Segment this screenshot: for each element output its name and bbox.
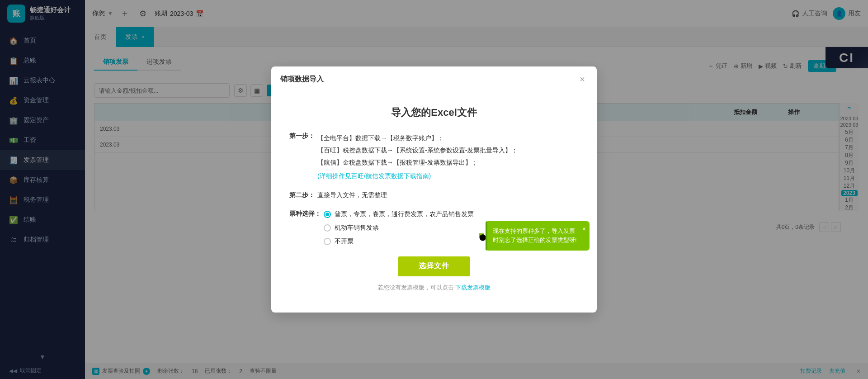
step2-content: 直接导入文件，无需整理: [317, 191, 387, 199]
tooltip-sidebar-bar: [486, 221, 487, 251]
footer-text: 若您没有发票模版，可以点击: [377, 284, 454, 291]
radio-label-3: 不开票: [335, 237, 354, 246]
tooltip-close-btn[interactable]: ×: [582, 224, 586, 234]
radio-circle-1: [324, 211, 331, 218]
step1-content: 【全电平台】数据下载→【税务数字账户】； 【百旺】税控盘数据下载→【系统设置-系…: [317, 132, 518, 182]
radio-item-1[interactable]: 普票，专票，卷票，通行费发票，农产品销售发票: [324, 210, 474, 218]
import-dialog: 销项数据导入 × 导入您的Excel文件 第一步： 【全电平台】数据下载→【税务…: [271, 66, 597, 312]
select-file-container: 选择文件: [289, 256, 579, 276]
dialog-title: 销项数据导入: [280, 75, 324, 84]
radio-circle-3: [324, 238, 331, 245]
step1-line2: 【百旺】税控盘数据下载→【系统设置-系统参数设置-发票批量导入】；: [317, 144, 518, 156]
step1-link-row: (详细操作见百旺/航信发票数据下载指南): [317, 170, 518, 182]
select-file-btn[interactable]: 选择文件: [398, 256, 470, 276]
dialog-footer: 若您没有发票模版，可以点击 下载发票模版: [289, 284, 579, 299]
dialog-step1: 第一步： 【全电平台】数据下载→【税务数字账户】； 【百旺】税控盘数据下载→【系…: [289, 132, 579, 182]
tooltip-bubble: 现在支持的票种多了，导入发票时别忘了选择正确的发票类型呀! ×: [486, 221, 590, 251]
dialog-header: 销项数据导入 ×: [271, 66, 597, 92]
dialog-body: 导入您的Excel文件 第一步： 【全电平台】数据下载→【税务数字账户】； 【百…: [271, 92, 597, 312]
step1-line3: 【航信】金税盘数据下载→【报税管理-发票数据导出】；: [317, 156, 518, 169]
radio-label-2: 机动车销售发票: [335, 224, 379, 232]
radio-item-3[interactable]: 不开票: [324, 237, 474, 246]
radio-item-2[interactable]: 机动车销售发票: [324, 224, 474, 232]
download-guide-link[interactable]: (详细操作见百旺/航信发票数据下载指南): [317, 172, 431, 180]
modal-overlay: 销项数据导入 × 导入您的Excel文件 第一步： 【全电平台】数据下载→【税务…: [0, 0, 868, 379]
dialog-main-title: 导入您的Excel文件: [289, 106, 579, 119]
dialog-step2: 第二步： 直接导入文件，无需整理: [289, 191, 579, 199]
ticket-select-row: 票种选择： 普票，专票，卷票，通行费发票，农产品销售发票 机动车销售发票: [289, 208, 579, 246]
dialog-close-btn[interactable]: ×: [577, 74, 588, 85]
tooltip-container: ⬤ 现在支持的票种多了，导入发票时别忘了选择正确的发票类型呀! ×: [479, 221, 590, 251]
tooltip-dot: ⬤: [479, 233, 484, 238]
tooltip-text: 现在支持的票种多了，导入发票时别忘了选择正确的发票类型呀!: [493, 227, 577, 244]
step2-label: 第二步：: [289, 191, 315, 199]
radio-group: 普票，专票，卷票，通行费发票，农产品销售发票 机动车销售发票 不开票: [324, 210, 474, 246]
download-template-link[interactable]: 下载发票模版: [455, 284, 491, 291]
radio-dot-1: [326, 213, 329, 216]
radio-label-1: 普票，专票，卷票，通行费发票，农产品销售发票: [335, 210, 474, 218]
radio-circle-2: [324, 224, 331, 232]
step1-label: 第一步：: [289, 132, 315, 140]
ticket-label: 票种选择：: [289, 208, 321, 218]
step1-line1: 【全电平台】数据下载→【税务数字账户】；: [317, 132, 518, 144]
